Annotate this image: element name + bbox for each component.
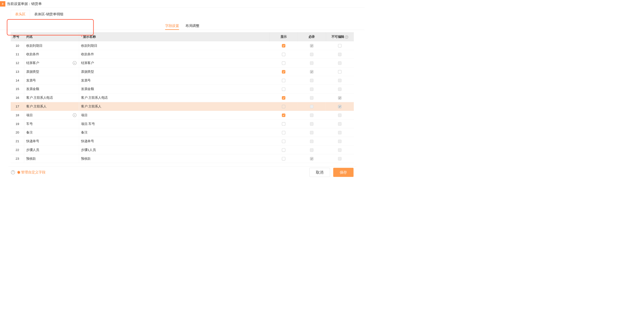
row-required-cell	[298, 146, 326, 154]
row-show-cell	[270, 146, 298, 154]
manage-custom-fields-label: 管理自定义字段	[21, 170, 45, 174]
noedit-checkbox	[338, 122, 342, 126]
row-seq: 21	[11, 137, 24, 146]
row-show-cell	[270, 85, 298, 94]
row-name: 发票号	[24, 76, 79, 85]
row-show-cell	[270, 41, 298, 50]
gear-icon	[16, 170, 20, 174]
row-noedit-cell	[326, 58, 354, 67]
noedit-checkbox	[338, 157, 342, 161]
show-checkbox[interactable]	[282, 157, 286, 161]
row-show-cell	[270, 93, 298, 102]
collapse-button[interactable]	[0, 1, 6, 6]
show-checkbox[interactable]	[282, 148, 286, 152]
row-seq: 13	[11, 67, 24, 76]
row-display-name[interactable]: 客户.主联系人电话	[79, 93, 270, 102]
row-name: 结算客户+	[24, 58, 79, 67]
row-required-cell	[298, 50, 326, 58]
row-seq: 17	[11, 102, 24, 111]
row-name: 客户.主联系人电话	[24, 93, 79, 102]
row-show-cell	[270, 137, 298, 146]
row-display-name[interactable]: 预收款	[79, 154, 270, 163]
show-checkbox[interactable]	[282, 79, 286, 82]
table-row: 17客户.主联系人客户.主联系人	[11, 102, 354, 111]
sub-tab-1[interactable]: 布局调整	[186, 22, 200, 30]
footer-help-icon[interactable]: ?	[11, 170, 15, 174]
row-display-name[interactable]: 步骤1人员	[79, 146, 270, 154]
row-required-cell	[298, 41, 326, 50]
noedit-checkbox[interactable]	[338, 70, 342, 74]
row-seq: 16	[11, 93, 24, 102]
row-display-name[interactable]: 快递单号	[79, 137, 270, 146]
row-required-cell	[298, 120, 326, 128]
required-checkbox	[310, 70, 314, 74]
main-tab-0[interactable]: 表头区	[11, 10, 30, 19]
show-checkbox[interactable]	[282, 140, 286, 143]
row-show-cell	[270, 50, 298, 58]
show-checkbox[interactable]	[282, 114, 286, 117]
col-header-required: 必录	[298, 32, 326, 41]
row-seq: 12	[11, 58, 24, 67]
row-show-cell	[270, 102, 298, 111]
required-checkbox	[310, 62, 314, 65]
required-checkbox	[310, 131, 314, 134]
col-header-noedit: 不可编辑?	[326, 32, 354, 41]
row-name: 项目+	[24, 111, 79, 120]
table-row: 15发票金额发票金额	[11, 85, 354, 94]
show-checkbox[interactable]	[282, 88, 286, 91]
noedit-checkbox	[338, 96, 342, 100]
row-required-cell	[298, 76, 326, 85]
row-noedit-cell	[326, 154, 354, 163]
row-display-name[interactable]: 发票金额	[79, 85, 270, 94]
table-row: 16客户.主联系人电话客户.主联系人电话	[11, 93, 354, 102]
table-row: 10收款到期日收款到期日	[11, 41, 354, 50]
noedit-checkbox	[338, 131, 342, 134]
help-icon[interactable]: ?	[345, 36, 348, 39]
col-header-name: 列名	[24, 32, 79, 41]
row-display-name[interactable]: 收款到期日	[79, 41, 270, 50]
row-required-cell	[298, 111, 326, 120]
row-display-name[interactable]: 结算客户	[79, 58, 270, 67]
row-show-cell	[270, 58, 298, 67]
row-noedit-cell	[326, 85, 354, 94]
show-checkbox[interactable]	[282, 96, 286, 100]
show-checkbox[interactable]	[282, 122, 286, 126]
show-checkbox[interactable]	[282, 44, 286, 48]
row-display-name[interactable]: 客户.主联系人	[79, 102, 270, 111]
required-checkbox	[310, 114, 314, 117]
row-display-name[interactable]: 票据类型	[79, 67, 270, 76]
manage-custom-fields-link[interactable]: 管理自定义字段	[16, 170, 45, 174]
row-noedit-cell	[326, 76, 354, 85]
main-tabs: 表头区表体区-销货单明细	[11, 10, 364, 19]
row-display-name[interactable]: 发票号	[79, 76, 270, 85]
row-display-name[interactable]: 备注	[79, 128, 270, 137]
sub-tab-0[interactable]: 字段设置	[165, 22, 179, 30]
noedit-checkbox	[338, 53, 342, 56]
table-row: 21快递单号快递单号	[11, 137, 354, 146]
row-noedit-cell	[326, 111, 354, 120]
noedit-checkbox	[338, 105, 342, 108]
row-name: 快递单号	[24, 137, 79, 146]
col-header-display-name: *显示名称	[79, 32, 270, 41]
row-noedit-cell	[326, 102, 354, 111]
show-checkbox[interactable]	[282, 53, 286, 56]
noedit-checkbox[interactable]	[338, 44, 342, 48]
row-display-name[interactable]: 项目.车号	[79, 120, 270, 128]
expand-icon[interactable]: +	[73, 113, 76, 117]
table-row: 11收款条件收款条件	[11, 50, 354, 58]
save-button[interactable]: 保存	[333, 168, 354, 177]
show-checkbox[interactable]	[282, 70, 286, 74]
row-seq: 14	[11, 76, 24, 85]
show-checkbox[interactable]	[282, 131, 286, 134]
row-display-name[interactable]: 收款条件	[79, 50, 270, 58]
footer: ? 管理自定义字段 取消 保存	[8, 166, 356, 178]
row-display-name[interactable]: 项目	[79, 111, 270, 120]
table-row: 12结算客户+结算客户	[11, 58, 354, 67]
expand-icon[interactable]: +	[73, 61, 76, 65]
row-seq: 22	[11, 146, 24, 154]
show-checkbox[interactable]	[282, 62, 286, 65]
main-tab-1[interactable]: 表体区-销货单明细	[30, 10, 68, 19]
show-checkbox[interactable]	[282, 105, 286, 108]
cancel-button[interactable]: 取消	[310, 168, 330, 177]
required-checkbox	[310, 122, 314, 126]
